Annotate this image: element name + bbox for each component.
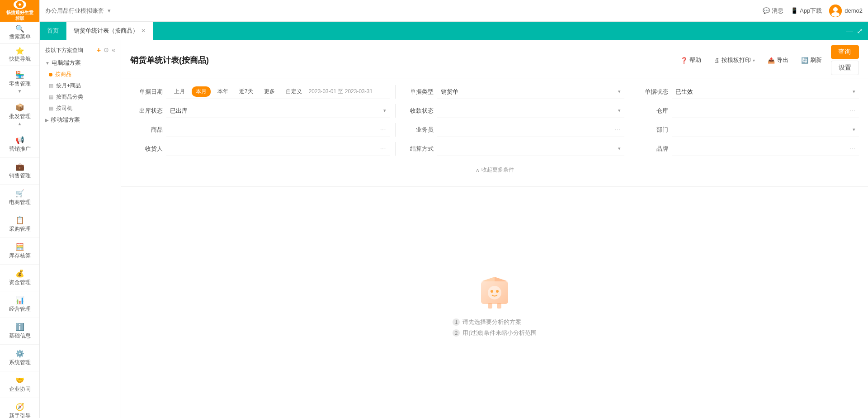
filter-sidebar-icons: + ⊙ « xyxy=(97,46,115,54)
sidebar-item-basic[interactable]: ℹ️ 基础信息 xyxy=(0,318,39,345)
brand-field[interactable]: ··· xyxy=(672,142,859,156)
tip-text-1: 请先选择要分析的方案 xyxy=(462,318,521,326)
sidebar-item-operations[interactable]: 📊 经营管理 xyxy=(0,291,39,318)
brand-label: 品牌 xyxy=(636,145,672,153)
tree-expand-icon-pc: ▼ xyxy=(45,61,50,66)
help-label: 帮助 xyxy=(689,56,701,64)
message-action[interactable]: 💬 消息 xyxy=(763,7,783,15)
sidebar-item-system[interactable]: ⚙️ 系统管理 xyxy=(0,345,39,371)
sidebar-item-wholesale[interactable]: 📦 批发管理 ▲ xyxy=(0,99,39,131)
content-area: 按以下方案查询 + ⊙ « ▼ 电脑端方案 按商品 ▦ 按月+商 xyxy=(40,40,868,418)
type-field[interactable]: 销货单 ▾ xyxy=(437,85,624,99)
sidebar-item-shortcut[interactable]: ⭐ 快捷导航 xyxy=(0,44,39,66)
message-label: 消息 xyxy=(772,7,783,15)
salesman-field[interactable]: ··· xyxy=(437,123,624,137)
receiver-field[interactable]: ··· xyxy=(166,142,390,156)
status-value: 已生效 xyxy=(675,88,693,96)
refresh-scheme-icon[interactable]: ⊙ xyxy=(104,46,109,54)
goods-field[interactable]: ··· xyxy=(166,123,390,137)
collapse-label: 收起更多条件 xyxy=(481,166,514,174)
date-btn-this-month[interactable]: 本月 xyxy=(192,86,211,97)
print-button[interactable]: 🖨 按模板打印 ▾ xyxy=(710,54,759,66)
export-button[interactable]: 📤 导出 xyxy=(764,54,792,66)
date-range-text: 2023-03-01 至 2023-03-31 xyxy=(309,88,373,95)
tip-text-2: 用[过滤]条件来缩小分析范围 xyxy=(462,329,536,337)
department-field[interactable]: ▾ xyxy=(672,123,859,137)
sidebar-item-enterprise[interactable]: 🤝 企业协同 xyxy=(0,371,39,398)
sidebar-item-purchase[interactable]: 📋 采购管理 xyxy=(0,211,39,238)
tab-sales-stat[interactable]: 销货单统计表（按商品） ✕ xyxy=(66,22,153,40)
filter-sidebar-title: 按以下方案查询 xyxy=(45,47,83,54)
payment-field[interactable]: ▾ xyxy=(437,142,624,156)
divider-1 xyxy=(395,85,396,99)
sidebar-item-guide[interactable]: 🧭 新手引导 xyxy=(0,398,39,418)
receive-status-dropdown-icon[interactable]: ▾ xyxy=(618,108,621,114)
print-dropdown-icon[interactable]: ▾ xyxy=(753,58,755,63)
filter-row-1: 单据日期 上月 本月 本年 近7天 更多 自定义 2023-03-01 至 20… xyxy=(130,85,859,99)
date-btn-this-year[interactable]: 本年 xyxy=(213,86,232,97)
status-field[interactable]: 已生效 ▾ xyxy=(672,85,859,99)
brand-more-icon[interactable]: ··· xyxy=(849,145,855,153)
filter-form: 单据日期 上月 本月 本年 近7天 更多 自定义 2023-03-01 至 20… xyxy=(121,79,868,186)
department-dropdown-icon[interactable]: ▾ xyxy=(853,127,855,133)
sidebar-item-retail[interactable]: 🏪 零售管理 ▼ xyxy=(0,66,39,99)
tree-parent-pc[interactable]: ▼ 电脑端方案 xyxy=(40,57,121,69)
date-btn-last-month[interactable]: 上月 xyxy=(170,86,189,97)
print-icon: 🖨 xyxy=(714,57,720,64)
tab-close-icon[interactable]: ✕ xyxy=(141,28,146,34)
salesman-more-icon[interactable]: ··· xyxy=(615,126,621,134)
receive-status-label: 收款状态 xyxy=(401,107,437,115)
sidebar-item-sales[interactable]: 💼 销售管理 xyxy=(0,158,39,185)
sidebar-item-marketing[interactable]: 📢 营销推广 xyxy=(0,131,39,158)
tabbar-actions: — ⤢ xyxy=(846,27,868,35)
receiver-more-icon[interactable]: ··· xyxy=(380,145,386,153)
date-field[interactable]: 上月 本月 本年 近7天 更多 自定义 2023-03-01 至 2023-03… xyxy=(166,85,390,99)
type-value: 销货单 xyxy=(441,88,458,96)
add-scheme-icon[interactable]: + xyxy=(97,46,101,54)
sidebar-item-inventory[interactable]: 🧮 库存核算 xyxy=(0,238,39,265)
industry-dropdown-icon[interactable]: ▾ xyxy=(108,7,111,14)
help-button[interactable]: ❓ 帮助 xyxy=(677,54,705,66)
warehouse-field[interactable]: ··· xyxy=(672,104,859,118)
payment-dropdown-icon[interactable]: ▾ xyxy=(618,146,621,152)
tab-maximize-icon[interactable]: ⤢ xyxy=(857,27,863,35)
receive-status-field[interactable]: ▾ xyxy=(437,104,624,118)
date-filter: 上月 本月 本年 近7天 更多 自定义 2023-03-01 至 2023-03… xyxy=(170,86,373,97)
tree-item-by-month-goods[interactable]: ▦ 按月+商品 xyxy=(45,80,121,91)
collapse-button[interactable]: ∧ 收起更多条件 xyxy=(468,164,521,176)
tab-home[interactable]: 首页 xyxy=(40,22,66,40)
warehouse-more-icon[interactable]: ··· xyxy=(849,107,855,115)
tree-item-by-category[interactable]: ▦ 按商品分类 xyxy=(45,91,121,103)
status-dropdown-icon[interactable]: ▾ xyxy=(853,89,855,95)
app-download-action[interactable]: 📱 App下载 xyxy=(791,7,822,15)
svg-point-3 xyxy=(831,12,840,17)
print-label: 按模板打印 xyxy=(722,56,751,64)
query-button[interactable]: 查询 xyxy=(831,45,859,59)
user-action[interactable]: demo2 xyxy=(829,5,863,17)
settings-button[interactable]: 设置 xyxy=(831,61,859,75)
tree-label-pc: 电脑端方案 xyxy=(52,59,81,67)
date-btn-7days[interactable]: 近7天 xyxy=(235,86,257,97)
sidebar-item-finance[interactable]: 💰 资金管理 xyxy=(0,265,39,291)
tree-item-by-driver-label: 按司机 xyxy=(56,104,72,112)
sidebar-item-search[interactable]: 🔍 搜索菜单 xyxy=(0,22,39,44)
svg-point-2 xyxy=(833,7,838,12)
goods-more-icon[interactable]: ··· xyxy=(380,126,386,134)
collapse-scheme-icon[interactable]: « xyxy=(112,46,115,54)
svg-point-5 xyxy=(488,286,501,299)
tree-item-by-category-label: 按商品分类 xyxy=(56,93,83,101)
tab-minimize-icon[interactable]: — xyxy=(846,27,853,35)
tree-item-by-driver[interactable]: ▦ 按司机 xyxy=(45,103,121,114)
tree-parent-mobile[interactable]: ▶ 移动端方案 xyxy=(40,114,121,126)
out-status-dropdown-icon[interactable]: ▾ xyxy=(383,108,386,114)
out-status-field[interactable]: 已出库 ▾ xyxy=(166,104,390,118)
help-icon: ❓ xyxy=(680,57,688,64)
sidebar-item-ecommerce[interactable]: 🛒 电商管理 xyxy=(0,185,39,211)
refresh-button[interactable]: 🔄 刷新 xyxy=(797,54,826,66)
main-content: 办公用品行业模拟账套 ▾ 💬 消息 📱 App下载 demo2 首页 xyxy=(40,0,868,418)
type-dropdown-icon[interactable]: ▾ xyxy=(618,89,621,95)
date-btn-custom[interactable]: 自定义 xyxy=(282,86,306,97)
tree-item-by-goods[interactable]: 按商品 xyxy=(45,69,121,80)
date-btn-more[interactable]: 更多 xyxy=(260,86,279,97)
refresh-label: 刷新 xyxy=(810,56,822,64)
